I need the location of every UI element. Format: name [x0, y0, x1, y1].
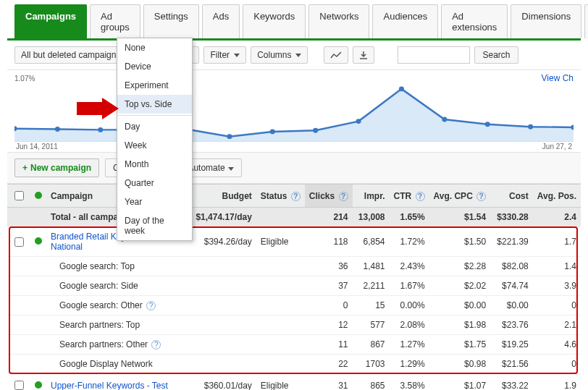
tab-audiences[interactable]: Audiences — [372, 4, 438, 38]
line-chart-icon — [330, 51, 342, 59]
segment-item-quarter[interactable]: Quarter — [117, 174, 192, 192]
toolbar-secondary: +New campaign Cha ts Automate — [7, 152, 581, 184]
row-checkbox[interactable] — [14, 381, 24, 390]
svg-point-10 — [399, 86, 404, 91]
tab-keywords[interactable]: Keywords — [243, 4, 306, 38]
segment-item-device[interactable]: Device — [117, 57, 192, 76]
chart-toggle-button[interactable] — [324, 46, 348, 64]
table-row: Google search: Side 372,2111.67%$2.02$74… — [7, 276, 581, 296]
download-button[interactable] — [353, 46, 374, 64]
help-icon[interactable]: ? — [476, 192, 486, 201]
segment-label: Google Display Network — [46, 355, 191, 374]
table-row: Google Display Network 2217031.29%$0.98$… — [7, 355, 581, 374]
table-row: Search partners: Top 125772.08%$1.98$23.… — [7, 315, 581, 335]
search-button[interactable]: Search — [474, 46, 518, 64]
chart-xend: Jun 27, 2 — [542, 143, 572, 151]
scope-label: All but deleted campaigns — [21, 50, 120, 60]
segment-label: Google search: Side — [46, 276, 191, 296]
segment-item-experiment[interactable]: Experiment — [117, 76, 192, 95]
chevron-down-icon — [295, 54, 301, 57]
tab-ad-groups[interactable]: Ad groups — [90, 4, 140, 38]
status-dot-icon — [35, 381, 42, 389]
col-avg-cpc[interactable]: Avg. CPC ? — [429, 185, 491, 208]
svg-point-12 — [485, 122, 490, 127]
plus-icon: + — [22, 163, 28, 173]
svg-point-6 — [227, 134, 232, 139]
tab-dimensions[interactable]: Dimensions — [511, 4, 581, 38]
segment-label: Google search: Top — [46, 257, 191, 276]
chart-svg — [14, 84, 574, 141]
table-row: Upper-Funnel Keywords - Test$360.01/dayE… — [7, 374, 581, 391]
segment-label: Search partners: Other ? — [46, 335, 191, 355]
col-budget[interactable]: Budget — [191, 185, 256, 208]
app-root: CampaignsAd groupsSettingsAdsKeywordsNet… — [7, 0, 581, 390]
chart-xstart: Jun 14, 2011 — [16, 143, 58, 151]
new-campaign-button[interactable]: +New campaign — [14, 158, 99, 177]
chart-area: View Ch 1.07% 0.18% Jun 14, 2011 Jun 27,… — [7, 70, 581, 152]
help-icon[interactable]: ? — [416, 192, 425, 201]
col-status[interactable]: Status ? — [256, 185, 305, 208]
chevron-down-icon — [234, 54, 240, 57]
col-clicks[interactable]: Clicks ? — [305, 185, 353, 208]
segment-label: Search partners: Top — [46, 315, 191, 335]
segment-item-day[interactable]: Day — [117, 117, 192, 136]
select-all-checkbox[interactable] — [14, 191, 24, 200]
segment-item-none[interactable]: None — [117, 38, 192, 57]
col-avg-pos[interactable]: Avg. Pos. — [533, 185, 581, 208]
table-row: Google search: Top 361,4812.43%$2.28$82.… — [7, 257, 581, 276]
download-icon — [359, 51, 368, 59]
segment-item-year[interactable]: Year — [117, 192, 192, 211]
segment-item-month[interactable]: Month — [117, 155, 192, 174]
table-row: Google search: Other ?0150.00%$0.00$0.00… — [7, 296, 581, 315]
svg-point-7 — [270, 129, 275, 134]
tab-topics[interactable]: Topics — [584, 4, 588, 38]
chart-ytop: 1.07% — [14, 75, 574, 82]
svg-point-3 — [98, 127, 103, 132]
table-header-row: Campaign Budget Status ? Clicks ? Impr. … — [7, 185, 581, 208]
svg-point-2 — [55, 127, 60, 132]
columns-label: Columns — [257, 50, 291, 60]
data-table-wrap: Campaign Budget Status ? Clicks ? Impr. … — [7, 184, 581, 390]
chart-canvas — [14, 84, 574, 142]
tab-ads[interactable]: Ads — [202, 4, 240, 38]
svg-marker-0 — [14, 89, 574, 141]
segment-menu: NoneDeviceExperimentTop vs. SideDayWeekM… — [117, 38, 193, 241]
svg-point-9 — [356, 119, 361, 124]
status-dot-icon — [35, 237, 42, 245]
status-dot-icon — [35, 192, 42, 199]
search-input[interactable] — [398, 46, 470, 64]
col-cost[interactable]: Cost — [490, 185, 533, 208]
svg-point-11 — [442, 117, 447, 122]
segment-item-top-vs-side[interactable]: Top vs. Side — [117, 95, 192, 114]
campaign-link[interactable]: Upper-Funnel Keywords - Test — [51, 381, 168, 391]
tab-ad-extensions[interactable]: Ad extensions — [441, 4, 508, 38]
help-icon[interactable]: ? — [339, 192, 348, 201]
help-icon[interactable]: ? — [151, 340, 161, 349]
view-change-history-link[interactable]: View Ch — [542, 73, 574, 83]
tab-settings[interactable]: Settings — [143, 4, 199, 38]
filter-label: Filter — [210, 50, 230, 60]
segment-item-day-of-the-week[interactable]: Day of the week — [117, 211, 192, 240]
col-impr[interactable]: Impr. — [353, 185, 390, 208]
segment-item-week[interactable]: Week — [117, 136, 192, 155]
svg-point-13 — [528, 124, 533, 130]
chevron-down-icon — [228, 167, 234, 171]
table-row: Search partners: Other ?118671.27%$1.75$… — [7, 335, 581, 355]
tab-campaigns[interactable]: Campaigns — [14, 4, 87, 38]
columns-dropdown[interactable]: Columns — [251, 46, 308, 64]
table-row-total: Total - all campa$1,474.17/day21413,0081… — [7, 208, 581, 227]
col-ctr[interactable]: CTR ? — [390, 185, 429, 208]
svg-point-8 — [313, 128, 318, 133]
filter-dropdown[interactable]: Filter — [203, 46, 246, 64]
campaign-table: Campaign Budget Status ? Clicks ? Impr. … — [7, 184, 581, 390]
tab-networks[interactable]: Networks — [308, 4, 369, 38]
help-icon[interactable]: ? — [291, 192, 301, 201]
row-checkbox[interactable] — [14, 237, 24, 247]
toolbar-primary: All but deleted campaigns Segment Filter… — [7, 41, 581, 70]
segment-label: Google search: Other ? — [46, 296, 191, 315]
main-tabs: CampaignsAd groupsSettingsAdsKeywordsNet… — [7, 0, 581, 41]
table-row: Branded Retail Keywords - National$394.2… — [7, 227, 581, 257]
help-icon[interactable]: ? — [146, 301, 156, 310]
